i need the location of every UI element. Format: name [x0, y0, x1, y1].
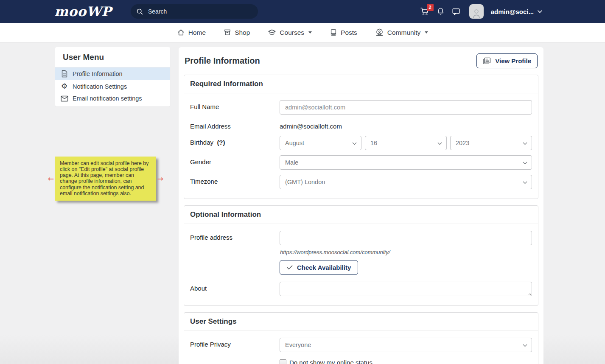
account-label: admin@soci...	[491, 8, 534, 15]
cart-button[interactable]: 2	[420, 7, 429, 16]
birthday-year-select[interactable]: 2023	[450, 136, 532, 150]
nav-posts[interactable]: Posts	[330, 28, 357, 36]
nav-home-label: Home	[188, 29, 206, 36]
check-availability-label: Check Availability	[297, 264, 351, 271]
nav-community-label: Community	[387, 29, 420, 36]
posts-icon	[330, 28, 337, 36]
notifications-button[interactable]	[437, 7, 445, 16]
user-menu-card: User Menu Profile Information ⚙ Notifica…	[55, 47, 170, 106]
sidebar-item-profile-information[interactable]: Profile Information	[55, 67, 170, 80]
sidebar-item-label: Email notification settings	[73, 95, 142, 102]
check-availability-button[interactable]: Check Availability	[280, 260, 358, 275]
gender-label: Gender	[190, 155, 280, 165]
timezone-select[interactable]: (GMT) London	[280, 175, 532, 189]
document-icon	[60, 70, 68, 78]
nav-home[interactable]: Home	[177, 28, 206, 36]
profile-address-hint: https://wordpress.moosocial.com/communit…	[280, 249, 532, 255]
profile-privacy-select[interactable]: Everyone	[280, 338, 532, 352]
arrow-right-icon: →	[157, 174, 163, 183]
about-label: About	[190, 282, 280, 292]
birthday-help-link[interactable]: (?)	[217, 139, 225, 146]
topbar: mooWP 2	[0, 0, 605, 23]
chevron-down-icon	[538, 10, 542, 13]
search-icon	[136, 8, 143, 15]
page-title: Profile Information	[185, 56, 260, 66]
nav-shop[interactable]: Shop	[224, 28, 250, 36]
avatar[interactable]	[469, 4, 484, 19]
view-profile-icon	[483, 57, 491, 64]
user-settings-heading: User Settings	[184, 313, 538, 331]
sidebar: User Menu Profile Information ⚙ Notifica…	[55, 47, 170, 364]
nav-posts-label: Posts	[341, 29, 357, 36]
optional-information-heading: Optional Information	[184, 206, 538, 224]
online-status-checkbox[interactable]	[280, 359, 286, 364]
account-menu[interactable]: admin@soci...	[491, 8, 542, 15]
global-search[interactable]	[131, 4, 258, 19]
cart-badge: 2	[427, 4, 434, 11]
user-settings-section: User Settings Profile Privacy Everyone	[184, 312, 538, 364]
check-icon	[287, 265, 293, 270]
timezone-label: Timezone	[190, 175, 280, 185]
user-menu-title: User Menu	[55, 47, 170, 67]
sidebar-item-label: Profile Information	[73, 70, 123, 77]
graduation-cap-icon	[268, 28, 276, 36]
envelope-icon	[60, 95, 68, 102]
caret-down-icon	[425, 31, 428, 34]
nav-community[interactable]: Community	[375, 28, 428, 36]
main-nav: Home Shop Courses Posts Community	[0, 23, 605, 42]
avatar-person-icon	[471, 8, 482, 19]
caret-down-icon	[308, 31, 312, 34]
profile-panel: Profile Information View Profile Require…	[179, 47, 543, 364]
community-icon	[375, 28, 384, 36]
shop-icon	[224, 28, 231, 36]
messages-button[interactable]	[452, 8, 460, 16]
search-input[interactable]	[147, 8, 252, 15]
full-name-label: Full Name	[190, 100, 280, 110]
view-profile-button[interactable]: View Profile	[476, 53, 538, 68]
nav-courses-label: Courses	[280, 29, 304, 36]
sidebar-item-notification-settings[interactable]: ⚙ Notification Settings	[55, 80, 170, 92]
profile-address-label: Profile address	[190, 231, 280, 241]
nav-courses[interactable]: Courses	[268, 28, 312, 36]
optional-information-section: Optional Information Profile address htt…	[184, 205, 538, 306]
gear-icon: ⚙	[60, 83, 68, 90]
bell-icon	[437, 7, 445, 16]
email-address-value: admin@socialloft.com	[280, 120, 532, 130]
full-name-input[interactable]	[280, 100, 532, 115]
home-icon	[177, 28, 185, 36]
sidebar-item-email-notification-settings[interactable]: Email notification settings	[55, 92, 170, 104]
sidebar-item-label: Notification Settings	[73, 83, 127, 90]
about-textarea[interactable]	[280, 282, 532, 296]
profile-address-input[interactable]	[280, 231, 532, 245]
chat-icon	[452, 8, 460, 16]
birthday-label: Birthday (?)	[190, 136, 280, 146]
note-text: Member can edit social profile here by c…	[55, 157, 156, 201]
profile-privacy-label: Profile Privacy	[190, 338, 280, 348]
required-information-heading: Required Information	[184, 75, 538, 93]
birthday-day-select[interactable]: 16	[365, 136, 447, 150]
arrow-left-icon: ←	[48, 174, 54, 183]
email-address-label: Email Address	[190, 120, 280, 130]
view-profile-label: View Profile	[495, 57, 531, 64]
site-logo[interactable]: mooWP	[54, 5, 104, 18]
annotation-note: ← Member can edit social profile here by…	[55, 157, 156, 201]
nav-shop-label: Shop	[235, 29, 250, 36]
online-status-checkbox-label[interactable]: Do not show my online status	[289, 359, 373, 364]
content-area: User Menu Profile Information ⚙ Notifica…	[0, 42, 605, 364]
required-information-section: Required Information Full Name Email Add…	[184, 75, 538, 199]
birthday-month-select[interactable]: August	[280, 136, 361, 150]
gender-select[interactable]: Male	[280, 155, 532, 170]
